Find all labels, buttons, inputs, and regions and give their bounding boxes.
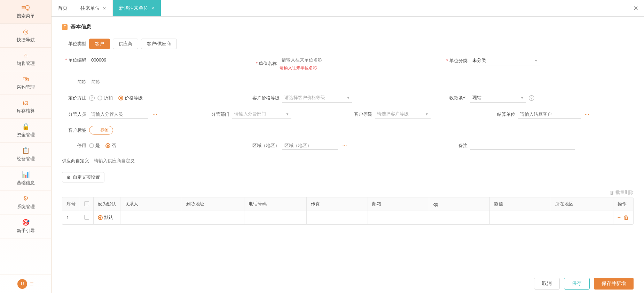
td-fax[interactable] (307, 211, 368, 225)
sidebar-item-guide[interactable]: 🎯 新手引导 (0, 214, 51, 238)
checkbox-all[interactable] (84, 201, 89, 206)
sidebar-item-label: 经营管理 (17, 156, 35, 162)
region-more-btn[interactable]: ··· (341, 142, 348, 149)
sidebar-item-label: 快捷导航 (17, 37, 35, 43)
supplier-custom-input[interactable] (92, 157, 162, 165)
user-avatar[interactable]: U (17, 279, 27, 289)
contact-input[interactable] (125, 215, 178, 220)
td-check[interactable] (80, 211, 94, 225)
tab-add-unit[interactable]: 新增往来单位 ✕ (113, 0, 161, 16)
row-region-input[interactable] (555, 215, 609, 220)
row-default-radio[interactable]: 默认 (98, 214, 116, 221)
radio-discount[interactable]: 折扣 (97, 95, 113, 101)
short-name-input[interactable] (89, 78, 159, 86)
sidebar-item-search[interactable]: ≡Q 搜索菜单 (0, 0, 51, 24)
purchase-icon: 🛍 (23, 75, 29, 83)
sidebar-item-sales[interactable]: ⌂ 销售管理 (0, 48, 51, 71)
td-wechat[interactable] (489, 211, 551, 225)
customer-level-select[interactable]: 请选择客户等级 ▼ (375, 109, 431, 119)
delete-row-icon[interactable]: 🗑 (623, 214, 629, 221)
unit-name-input[interactable] (280, 56, 356, 64)
sidebar-item-quick-nav[interactable]: ◎ 快捷导航 (0, 24, 51, 48)
sidebar-item-finance[interactable]: 🔒 资金管理 (0, 119, 51, 143)
settlement-unit-input[interactable] (518, 110, 581, 119)
expand-icon[interactable]: ≡ (30, 280, 34, 288)
address-input[interactable] (186, 215, 240, 220)
cancel-button[interactable]: 取消 (534, 278, 560, 290)
customer-level-label: 客户等级 (348, 111, 372, 117)
type-btn-both[interactable]: 客户/供应商 (141, 39, 177, 49)
tags-group: 客户标签 + + 标签 (62, 126, 634, 135)
system-icon: ⚙ (23, 195, 29, 202)
inventory-icon: 🗂 (23, 99, 29, 106)
pricing-help-icon[interactable]: ? (89, 95, 95, 101)
tab-unit-list[interactable]: 往来单位 ✕ (74, 0, 113, 16)
th-no: 序号 (62, 197, 80, 211)
save-add-button[interactable]: 保存并新增 (594, 278, 634, 290)
department-label: 分管部门 (205, 111, 229, 117)
supervisor-input[interactable] (89, 110, 148, 119)
payment-help-icon[interactable]: ? (529, 95, 534, 101)
unit-category-chevron: ▼ (534, 59, 538, 63)
th-action: 操作 (613, 197, 633, 211)
tab-unit-list-close[interactable]: ✕ (103, 6, 106, 10)
tab-add-unit-label: 新增往来单位 (119, 5, 148, 11)
tab-home[interactable]: 首页 (52, 0, 74, 16)
radio-yes[interactable]: 是 (89, 143, 100, 149)
tab-bar-close-btn[interactable]: ✕ (628, 5, 644, 12)
tab-add-unit-close[interactable]: ✕ (151, 6, 155, 10)
qq-input[interactable] (433, 215, 485, 220)
td-region[interactable] (551, 211, 613, 225)
disable-group: 停用 是 否 (62, 143, 252, 149)
unit-code-input[interactable] (89, 56, 159, 64)
radio-no-label: 否 (112, 143, 116, 149)
type-btn-supplier[interactable]: 供应商 (113, 39, 138, 49)
td-phone[interactable] (244, 211, 307, 225)
unit-name-error: 请输入往来单位名称 (280, 65, 356, 71)
email-input[interactable] (372, 215, 425, 220)
row-checkbox[interactable] (84, 215, 89, 220)
region-input[interactable] (282, 141, 338, 150)
custom-settings-btn[interactable]: ⚙ 自定义项设置 (62, 172, 104, 182)
sidebar-item-label: 基础信息 (17, 180, 35, 186)
th-check-all[interactable] (80, 197, 94, 211)
unit-category-select[interactable]: 未分类 ▼ (470, 56, 540, 65)
batch-delete-btn[interactable]: 🗑 批量删除 (610, 189, 634, 196)
radio-price-level[interactable]: 价格等级 (118, 95, 143, 101)
td-no: 1 (62, 211, 80, 225)
supervisor-more-btn[interactable]: ··· (151, 111, 158, 118)
td-contact[interactable] (120, 211, 182, 225)
td-qq[interactable] (429, 211, 489, 225)
payment-condition-label: 收款条件 (443, 95, 468, 101)
customer-price-level-select[interactable]: 请选择客户价格等级 ▼ (282, 93, 352, 103)
wechat-input[interactable] (494, 215, 547, 220)
payment-condition-select[interactable]: 现结 ▼ (470, 93, 526, 103)
sidebar-item-system[interactable]: ⚙ 系统管理 (0, 190, 51, 214)
guide-icon: 🎯 (22, 219, 30, 226)
type-btn-customer[interactable]: 客户 (89, 39, 110, 49)
unit-category-label: 单位分类 (443, 58, 468, 64)
supplier-custom-row: 供应商自定义 (62, 157, 634, 165)
td-email[interactable] (368, 211, 429, 225)
sidebar-item-basic-info[interactable]: 📊 基础信息 (0, 166, 51, 190)
main-container: 首页 往来单位 ✕ 新增往来单位 ✕ ✕ F 基本信息 单位类型 客户 供应商 … (52, 0, 644, 293)
remark-input[interactable] (470, 141, 575, 150)
department-select[interactable]: 请输入分管部门 ▼ (232, 109, 291, 119)
sidebar-item-inventory[interactable]: 🗂 库存核算 (0, 95, 51, 119)
section-title: 基本信息 (70, 24, 91, 30)
th-wechat: 微信 (489, 197, 551, 211)
phone-input[interactable] (249, 215, 302, 220)
add-row-icon[interactable]: + (618, 214, 621, 221)
quick-nav-icon: ◎ (23, 28, 29, 35)
settlement-more-btn[interactable]: ··· (583, 111, 591, 118)
fax-input[interactable] (311, 215, 363, 220)
radio-no[interactable]: 否 (105, 143, 116, 149)
sidebar-item-purchase[interactable]: 🛍 采购管理 (0, 71, 51, 95)
td-address[interactable] (182, 211, 244, 225)
short-name-group: 简称 (62, 78, 634, 86)
save-button[interactable]: 保存 (564, 278, 590, 290)
section-header: F 基本信息 (62, 24, 634, 30)
add-tag-btn[interactable]: + + 标签 (89, 126, 113, 135)
tag-btn-label: + 标签 (97, 127, 109, 133)
sidebar-item-operations[interactable]: 📋 经营管理 (0, 143, 51, 166)
